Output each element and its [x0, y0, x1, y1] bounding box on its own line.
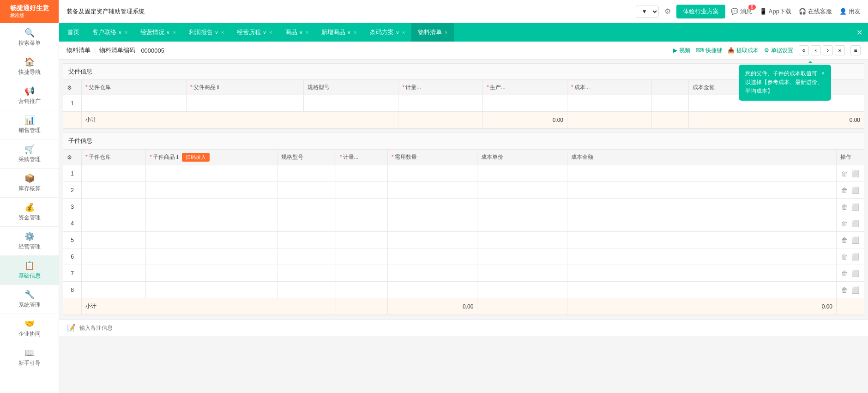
parent-col-gear[interactable]: ⚙ — [63, 80, 82, 95]
delete-icon-7[interactable]: 🗑 — [841, 270, 848, 277]
child-cell-spec-4[interactable] — [277, 215, 336, 232]
nav-tab-close-bom[interactable]: × — [445, 30, 447, 35]
child-col-gear[interactable]: ⚙ — [63, 150, 82, 165]
delete-icon-5[interactable]: 🗑 — [841, 236, 848, 244]
child-cell-goods-4[interactable] — [146, 215, 277, 232]
sidebar-item-guide[interactable]: 📖新手引导 — [0, 343, 59, 372]
child-cell-qty-3[interactable] — [387, 199, 477, 215]
child-cell-qty-7[interactable] — [387, 265, 477, 282]
child-cell-costamount-3[interactable] — [567, 199, 836, 215]
nav-tab-bom[interactable]: 物料清单× — [411, 23, 454, 42]
nav-tab-barcode[interactable]: 条码方案∨× — [363, 23, 411, 42]
child-cell-warehouse-5[interactable] — [82, 232, 146, 248]
child-cell-spec-3[interactable] — [277, 199, 336, 215]
sidebar-item-basic[interactable]: 📋基础信息 — [0, 256, 59, 285]
child-cell-spec-7[interactable] — [277, 265, 336, 282]
child-cell-costamount-7[interactable] — [567, 265, 836, 282]
sidebar-item-purchase[interactable]: 🛒采购管理 — [0, 139, 59, 169]
delete-icon-3[interactable]: 🗑 — [841, 203, 848, 211]
delete-icon-2[interactable]: 🗑 — [841, 187, 848, 194]
child-cell-goods-8[interactable] — [146, 282, 277, 298]
child-cell-costamount-8[interactable] — [567, 282, 836, 298]
child-cell-warehouse-6[interactable] — [82, 248, 146, 265]
nav-tab-close-ops-status[interactable]: × — [173, 30, 175, 35]
sidebar-item-ops[interactable]: ⚙️经营管理 — [0, 227, 59, 256]
sidebar-item-inventory[interactable]: 📦库存核算 — [0, 169, 59, 198]
parent-cell-warehouse[interactable] — [82, 95, 187, 112]
child-cell-spec-5[interactable] — [277, 232, 336, 248]
child-cell-costamount-2[interactable] — [567, 182, 836, 199]
child-cell-unit-4[interactable] — [336, 215, 387, 232]
nav-tab-close-barcode[interactable]: × — [402, 30, 405, 35]
child-cell-qty-2[interactable] — [387, 182, 477, 199]
child-cell-costamount-6[interactable] — [567, 248, 836, 265]
child-cell-unitcost-7[interactable] — [477, 265, 567, 282]
child-cell-goods-2[interactable] — [146, 182, 277, 199]
copy-icon-2[interactable]: ⬜ — [851, 187, 859, 194]
trial-button[interactable]: 体验行业方案 — [676, 5, 725, 18]
parent-cell-prod[interactable] — [483, 95, 567, 112]
copy-icon-1[interactable]: ⬜ — [851, 170, 859, 177]
sidebar-item-sales[interactable]: 📊销售管理 — [0, 110, 59, 139]
child-cell-unitcost-3[interactable] — [477, 199, 567, 215]
child-cell-unitcost-8[interactable] — [477, 282, 567, 298]
child-cell-unitcost-1[interactable] — [477, 165, 567, 182]
sidebar-item-system[interactable]: 🔧系统管理 — [0, 285, 59, 314]
child-cell-goods-3[interactable] — [146, 199, 277, 215]
parent-cell-cost[interactable] — [567, 95, 652, 112]
nav-tab-close-customer[interactable]: × — [125, 30, 127, 35]
parent-cell-spec[interactable] — [303, 95, 398, 112]
parent-cell-unit[interactable] — [398, 95, 483, 112]
online-service-group[interactable]: 🎧 在线客服 — [799, 7, 832, 16]
view-action[interactable]: ▶ 视频 — [673, 47, 690, 54]
child-cell-costamount-1[interactable] — [567, 165, 836, 182]
copy-icon-4[interactable]: ⬜ — [851, 220, 859, 227]
child-cell-goods-5[interactable] — [146, 232, 277, 248]
user-group[interactable]: 👤 用友 — [839, 7, 861, 16]
child-cell-goods-7[interactable] — [146, 265, 277, 282]
shortcut-action[interactable]: ⌨ 快捷键 — [696, 47, 722, 54]
sidebar-item-corp[interactable]: 🤝企业协同 — [0, 314, 59, 343]
child-cell-spec-6[interactable] — [277, 248, 336, 265]
child-cell-warehouse-3[interactable] — [82, 199, 146, 215]
nav-tab-ops-history[interactable]: 经营历程∨× — [230, 23, 278, 42]
close-all-tabs-icon[interactable]: ✕ — [853, 28, 866, 37]
nav-tab-close-profit[interactable]: × — [221, 30, 224, 35]
copy-icon-6[interactable]: ⬜ — [851, 253, 859, 260]
last-page-btn[interactable]: » — [835, 45, 845, 55]
nav-tab-customer[interactable]: 客户联络∨× — [86, 23, 134, 42]
scan-btn[interactable]: 扫码录入 — [182, 153, 210, 162]
prev-page-btn[interactable]: ‹ — [811, 45, 821, 55]
delete-icon-8[interactable]: 🗑 — [841, 286, 848, 294]
copy-icon-7[interactable]: ⬜ — [851, 270, 859, 277]
child-cell-qty-5[interactable] — [387, 232, 477, 248]
child-cell-costamount-4[interactable] — [567, 215, 836, 232]
nav-tab-close-ops-history[interactable]: × — [269, 30, 272, 35]
nav-tab-close-goods[interactable]: × — [306, 30, 308, 35]
child-cell-unit-3[interactable] — [336, 199, 387, 215]
child-cell-goods-1[interactable] — [146, 165, 277, 182]
sidebar-item-search[interactable]: 🔍搜索菜单 — [0, 23, 59, 52]
delete-icon-6[interactable]: 🗑 — [841, 253, 848, 260]
child-cell-warehouse-4[interactable] — [82, 215, 146, 232]
child-cell-qty-8[interactable] — [387, 282, 477, 298]
child-cell-unitcost-2[interactable] — [477, 182, 567, 199]
delete-icon-4[interactable]: 🗑 — [841, 220, 848, 227]
delete-icon-1[interactable]: 🗑 — [841, 170, 848, 177]
child-cell-unit-5[interactable] — [336, 232, 387, 248]
nav-tab-new-goods[interactable]: 新增商品∨× — [315, 23, 363, 42]
nav-tab-close-new-goods[interactable]: × — [354, 30, 356, 35]
settings-action[interactable]: ⚙ 单据设置 — [764, 47, 793, 54]
child-cell-spec-2[interactable] — [277, 182, 336, 199]
child-cell-unitcost-6[interactable] — [477, 248, 567, 265]
child-cell-unitcost-4[interactable] — [477, 215, 567, 232]
app-download-group[interactable]: 📱 App下载 — [760, 7, 791, 16]
nav-tab-goods[interactable]: 商品∨× — [279, 23, 315, 42]
child-cell-qty-6[interactable] — [387, 248, 477, 265]
child-cell-warehouse-2[interactable] — [82, 182, 146, 199]
parent-cell-goods[interactable] — [187, 95, 304, 112]
sidebar-item-finance[interactable]: 💰资金管理 — [0, 198, 59, 227]
gear-icon[interactable]: ⚙ — [664, 7, 671, 16]
cost-action[interactable]: 📥 提取成本 — [728, 47, 759, 54]
sidebar-item-quick-nav[interactable]: 🏠快捷导航 — [0, 52, 59, 81]
